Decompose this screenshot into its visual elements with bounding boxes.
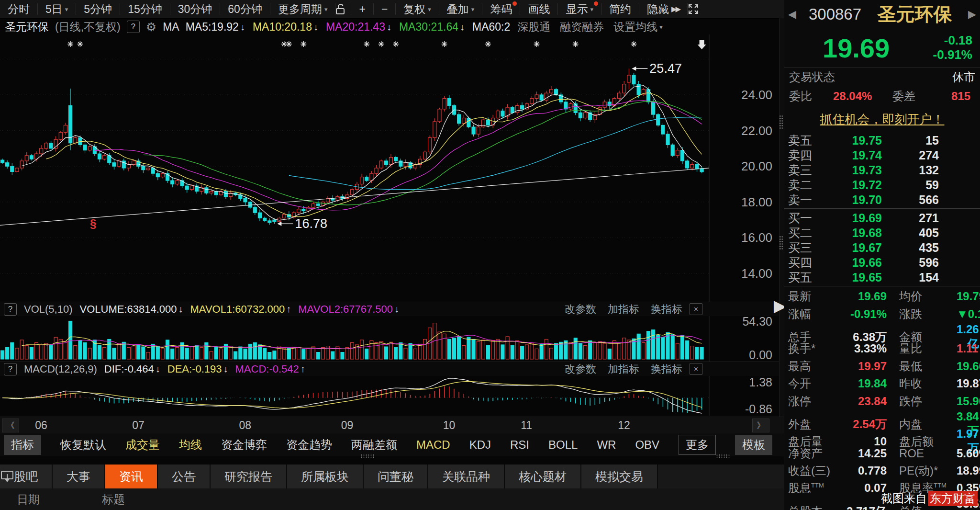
macd-edit-params[interactable]: 改参数 [565,362,596,376]
gear-icon[interactable]: ⚙ [146,20,156,34]
toolbar-period-15min[interactable]: 15分钟 [120,0,170,18]
bid-row-2[interactable]: 买二19.68405 [784,225,980,240]
ask-row-5[interactable]: 卖五19.7515 [784,133,980,147]
ma-indicator-label[interactable]: MA [163,21,179,34]
stat-value: 14.25 [846,447,887,460]
szse-connect-link[interactable]: 深股通 [517,20,550,34]
watermark-prefix: 截图来自 [881,491,927,506]
vol-edit-params[interactable]: 改参数 [565,302,596,317]
toolbar-period-5day[interactable]: 5日▾ [38,0,76,18]
splitter-grip[interactable] [779,236,783,250]
toolbar-zoom-out[interactable]: − [374,0,395,18]
ask-row-3[interactable]: 卖三19.73132 [784,162,980,177]
prev-stock-arrow[interactable]: ◀ [788,8,796,21]
toolbar-draw-line[interactable]: 画线 [520,0,557,18]
indicator-tab-13[interactable]: 更多 [679,435,716,455]
toolbar-overlay[interactable]: 叠加▾ [439,0,482,18]
macd-switch-indicator[interactable]: 换指标 [651,362,682,376]
news-tab-7[interactable]: 关联品种 [428,465,505,488]
toolbar-simple-mode[interactable]: 简约 [601,0,639,18]
news-tab-8[interactable]: 核心题材 [505,465,581,488]
bid-levels: 买一19.69271买二19.68405买三19.67435买四19.66596… [784,210,980,284]
toolbar-zoom-in[interactable]: + [351,0,373,18]
close-icon[interactable]: × [690,363,702,375]
bid-row-1[interactable]: 买一19.69271 [784,210,980,225]
vol-add-indicator[interactable]: 加指标 [608,302,639,317]
candlestick-chart[interactable]: 24.0022.0020.0018.0016.0014.0025.4716.78… [0,34,784,302]
indicator-tab-7[interactable]: MACD [416,438,450,452]
indicator-tab-11[interactable]: WR [597,438,616,452]
toolbar-chip-distribution[interactable]: 筹码 [482,0,520,18]
indicator-tab-9[interactable]: RSI [510,438,529,452]
toolbar-fullscreen[interactable] [688,0,703,18]
toolbar-period-30min[interactable]: 30分钟 [170,0,220,18]
news-tab-1[interactable]: 大事 [53,465,105,488]
toolbar-period-60min[interactable]: 60分钟 [220,0,270,18]
indicator-tab-6[interactable]: 两融差额 [351,437,397,453]
stock-name: 圣元环保 [861,1,968,27]
bid-row-3[interactable]: 买三19.67435 [784,240,980,255]
toolbar-period-time[interactable]: 分时 [0,0,37,18]
column-title: 标题 [102,492,125,507]
ask-label: 卖五 [788,133,826,148]
help-icon[interactable]: ? [127,21,140,33]
news-tab-6[interactable]: 问董秘 [364,465,428,488]
indicator-tab-0[interactable]: 指标 [4,435,41,455]
bid-row-5[interactable]: 买五19.65154 [784,270,980,284]
pan-right-button[interactable]: 》 [752,419,769,432]
toolbar-label: − [381,3,388,16]
export-icon[interactable] [768,465,784,488]
vol-switch-indicator[interactable]: 换指标 [651,302,682,317]
indicator-tab-14[interactable]: 模板 [735,435,772,455]
news-tab-2[interactable]: 资讯 [105,465,158,488]
vol-value-label: MAVOL2:67767.500 [298,303,393,316]
splitter-grip[interactable] [360,454,375,458]
ma-values: MA5:19.92↓MA10:20.18↓MA20:21.43↓MA30:21.… [186,21,511,34]
orderbook-divider [784,208,980,209]
indicator-tab-12[interactable]: OBV [635,438,659,452]
toolbar-hide-panel[interactable]: 隐藏▶▶ [639,0,687,18]
volume-chart[interactable]: 54.300.00 [0,316,784,362]
bid-row-4[interactable]: 买四19.66596 [784,255,980,270]
ma-settings-link[interactable]: 设置均线▾ [613,20,663,34]
ask-qty: 59 [882,178,976,192]
indicator-tab-5[interactable]: 资金趋势 [286,437,332,453]
toolbar-more-periods[interactable]: 更多周期▾ [270,0,335,18]
indicator-tab-4[interactable]: 资金博弈 [221,437,267,453]
ask-row-2[interactable]: 卖二19.7259 [784,177,980,192]
macd-chart[interactable]: 1.38-0.86 [0,376,784,416]
toolbar-adjust-price[interactable]: 复权▾ [396,0,439,18]
indicator-tab-10[interactable]: BOLL [548,438,578,452]
toolbar-period-5min[interactable]: 5分钟 [76,0,120,18]
margin-trading-link[interactable]: 融资融券 [560,20,604,34]
axis-month-label: 12 [618,419,630,432]
trading-status-row: 交易状态 休市 [784,68,980,87]
toolbar-unlock[interactable] [335,0,351,18]
indicator-tab-8[interactable]: KDJ [469,438,491,452]
pan-left-button[interactable]: 《 [2,419,19,432]
toolbar-display-options[interactable]: 显示▾ [558,0,601,18]
help-icon[interactable]: ? [4,303,17,316]
news-tab-5[interactable]: 所属板块 [287,465,364,488]
stat-value: 19.87 [957,377,980,390]
news-tab-9[interactable]: 模拟交易 [581,465,658,488]
news-tab-3[interactable]: 公告 [158,465,211,488]
next-stock-arrow[interactable]: ▶ [968,8,976,21]
splitter-grip[interactable] [716,454,730,458]
svg-text:16.00: 16.00 [741,230,772,245]
open-account-link[interactable]: 抓住机会，即刻开户！ [784,106,980,133]
indicator-tab-3[interactable]: 均线 [179,437,202,453]
help-icon[interactable]: ? [4,363,17,375]
splitter-grip[interactable] [779,115,783,129]
indicator-tab-1[interactable]: 恢复默认 [60,437,106,453]
svg-text:1.38: 1.38 [749,376,772,389]
axis-month-label: 08 [239,419,252,432]
news-tab-4[interactable]: 研究报告 [211,465,287,488]
ask-row-4[interactable]: 卖四19.74274 [784,147,980,162]
indicator-tab-2[interactable]: 成交量 [125,437,160,453]
bid-price: 19.65 [826,271,882,284]
ask-row-1[interactable]: 卖一19.70566 [784,192,980,207]
macd-add-indicator[interactable]: 加指标 [608,362,639,376]
close-icon[interactable]: × [690,303,702,315]
unlock-icon [335,3,346,15]
